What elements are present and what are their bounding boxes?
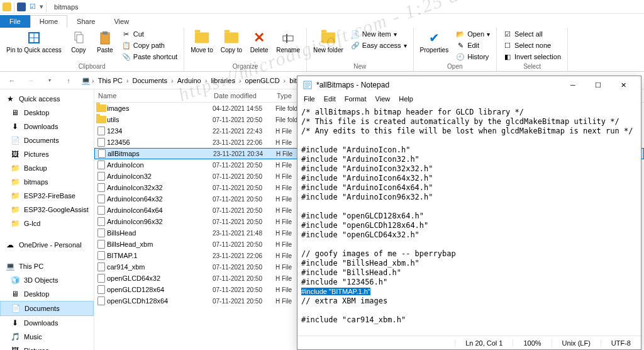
breadcrumb-item[interactable]: openGLCD [243,76,282,86]
svg-rect-4 [103,31,108,35]
select-all-icon: ☑ [503,30,512,38]
menu-item-help[interactable]: Help [395,94,417,106]
history-button[interactable]: 🕘History [453,52,492,62]
copy-path-button[interactable]: 📋Copy path [119,40,180,50]
file-icon [96,205,107,215]
nav-item[interactable]: 📁G-lcd [0,217,94,230]
📁-icon: 📁 [10,177,20,187]
🧊-icon: 🧊 [10,275,20,285]
nav-item[interactable]: ⬇Downloads [0,316,94,330]
file-icon [96,228,107,238]
copy-icon [71,30,86,45]
📁-icon: 📁 [10,218,20,229]
menu-item-file[interactable]: File [300,94,319,106]
delete-button[interactable]: ✕Delete [247,29,271,55]
invert-icon: ◧ [503,52,512,61]
new-item-button[interactable]: 📄New item ▾ [348,29,409,39]
maximize-button[interactable]: ☐ [586,76,611,94]
copy-button[interactable]: Copy [67,29,91,55]
easy-access-button[interactable]: 🔗Easy access ▾ [348,40,409,50]
notepad-window[interactable]: *allBitmaps - Notepad ─ ☐ ✕ FileEditForm… [297,76,641,350]
📄-icon: 📄 [11,303,21,313]
nav-item[interactable]: 🖼Pictures [0,147,94,161]
qat-dropdown-icon[interactable]: ▾ [40,3,43,11]
tab-view[interactable]: View [104,15,138,28]
nav-item[interactable]: 📁ESP32-FireBase [0,189,94,203]
nav-item[interactable]: 🖥Desktop [0,106,94,120]
🖼-icon: 🖼 [10,346,20,350]
easy-access-icon: 🔗 [351,41,360,50]
pin-icon [26,30,42,45]
navigation-pane: ★Quick access🖥Desktop⬇Downloads📄Document… [0,89,94,350]
column-name[interactable]: Name [94,92,214,99]
select-none-button[interactable]: ☐Select none [501,40,564,50]
menu-item-edit[interactable]: Edit [320,94,340,106]
open-button[interactable]: 📂Open ▾ [453,29,492,39]
nav-item[interactable]: ☁OneDrive - Personal [0,238,94,252]
file-icon [96,296,107,306]
🎵-icon: 🎵 [10,332,20,342]
new-item-icon: 📄 [351,30,360,38]
nav-item[interactable]: 🖼Pictures [0,344,94,350]
nav-item[interactable]: 📁ESP32-GoogleAssist [0,203,94,217]
paste-shortcut-button[interactable]: 📎Paste shortcut [119,52,180,62]
close-button[interactable]: ✕ [611,76,636,94]
nav-item[interactable]: ★Quick access [0,92,94,106]
tab-home[interactable]: Home [30,15,67,28]
notepad-title-bar[interactable]: *allBitmaps - Notepad ─ ☐ ✕ [297,76,641,94]
nav-item[interactable]: 📁Backup [0,161,94,175]
move-to-button[interactable]: Move to [188,29,216,55]
edit-button[interactable]: ✎Edit [453,40,492,50]
breadcrumb-item[interactable]: Documents [130,76,170,86]
forward-button[interactable]: → [24,74,38,88]
minimize-button[interactable]: ─ [560,76,586,94]
nav-item[interactable]: 🧊3D Objects [0,273,94,287]
new-folder-button[interactable]: New folder [311,29,346,55]
select-all-button[interactable]: ☑Select all [501,29,564,39]
group-label-organize: Organize [188,63,303,71]
paste-icon [97,30,113,45]
invert-selection-button[interactable]: ◧Invert selection [501,52,564,62]
🖥-icon: 🖥 [10,289,20,299]
tab-share[interactable]: Share [67,15,104,28]
tab-file[interactable]: File [0,15,30,28]
file-icon [96,194,107,204]
recent-dropdown[interactable]: ▾ [43,74,57,88]
file-icon [96,160,107,170]
paste-button[interactable]: Paste [93,29,117,55]
nav-item[interactable]: 💻This PC [0,259,94,273]
nav-item[interactable]: 📄Documents [0,301,94,316]
file-icon [96,126,107,136]
notepad-icon [303,80,313,90]
breadcrumb-item[interactable]: This PC [96,76,125,86]
notepad-text-area[interactable]: /* allBitmaps.h bitmap header for GLCD l… [297,106,641,336]
nav-item[interactable]: 🎵Music [0,330,94,344]
★-icon: ★ [5,94,15,104]
rename-button[interactable]: Rename [274,29,303,55]
nav-item[interactable]: 📁bitmaps [0,175,94,189]
status-zoom: 100% [513,339,551,347]
nav-item[interactable]: 🖥Desktop [0,287,94,301]
back-button[interactable]: ← [5,74,19,88]
breadcrumb-item[interactable]: libraries [208,76,238,86]
cut-button[interactable]: ✂Cut [119,29,180,39]
menu-item-view[interactable]: View [372,94,394,106]
qat-marker-icon: ☑ [28,3,37,11]
copy-to-button[interactable]: Copy to [218,29,245,55]
nav-item[interactable]: 📄Documents [0,133,94,147]
up-button[interactable]: ↑ [62,74,75,88]
delete-icon: ✕ [252,30,267,45]
folder-icon [96,103,107,113]
status-encoding: UTF-8 [601,339,641,347]
nav-item[interactable]: ⬇Downloads [0,120,94,133]
📁-icon: 📁 [10,191,20,201]
menu-item-format[interactable]: Format [341,94,370,106]
pin-to-quick-access-button[interactable]: Pin to Quick access [4,29,64,55]
status-position: Ln 20, Col 1 [455,339,513,347]
notepad-menu-bar: FileEditFormatViewHelp [297,94,641,106]
breadcrumb-item[interactable]: Arduino [175,76,204,86]
file-icon [96,183,107,193]
📁-icon: 📁 [10,205,20,215]
column-date[interactable]: Date modified [214,92,277,99]
properties-button[interactable]: ✔Properties [418,29,452,55]
